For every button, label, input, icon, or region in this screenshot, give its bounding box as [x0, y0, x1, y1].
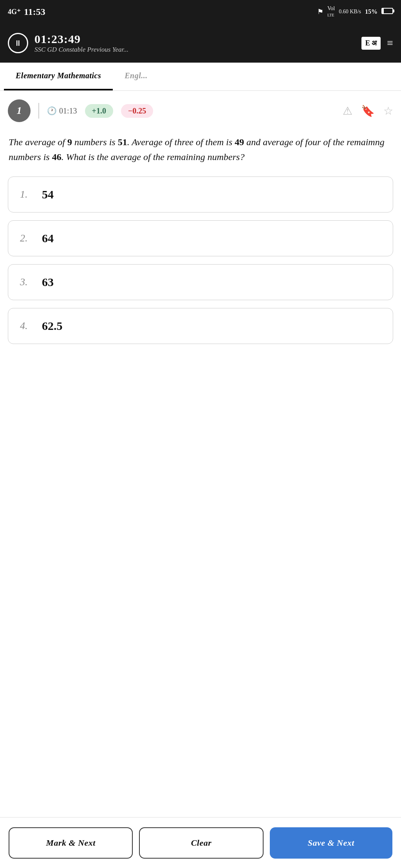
language-toggle[interactable]: E अ: [361, 37, 381, 50]
bluetooth-icon: ⚑: [317, 7, 323, 16]
question-number-badge: 1: [8, 99, 31, 122]
option-3[interactable]: 3. 63: [8, 264, 393, 300]
option-1[interactable]: 1. 54: [8, 176, 393, 212]
status-right: ⚑ VolLTE 0.60 KB/s 15%: [317, 5, 393, 18]
question-time: 01:13: [59, 106, 77, 115]
question-text: The average of 9 numbers is 51. Average …: [9, 135, 392, 165]
bookmark-icon[interactable]: 🔖: [361, 104, 375, 117]
option-1-number: 1.: [20, 189, 34, 200]
question-meta-bar: 1 🕐 01:13 +1.0 −0.25 ⚠ 🔖 ☆: [0, 91, 401, 131]
option-2[interactable]: 2. 64: [8, 220, 393, 256]
pause-button[interactable]: ⏸: [8, 33, 28, 53]
negative-mark-badge: −0.25: [121, 104, 153, 118]
hamburger-icon: ≡: [387, 37, 393, 49]
option-3-number: 3.: [20, 276, 34, 288]
question-body: The average of 9 numbers is 51. Average …: [0, 131, 401, 176]
warning-icon[interactable]: ⚠: [343, 104, 352, 117]
option-4[interactable]: 4. 62.5: [8, 308, 393, 344]
exam-timer: 01:23:49: [34, 32, 355, 46]
bottom-action-bar: Mark & Next Clear Save & Next: [0, 817, 401, 868]
exam-title: SSC GD Constable Previous Year...: [34, 46, 355, 54]
divider: [38, 103, 39, 119]
option-1-value: 54: [42, 188, 54, 201]
question-action-icons: ⚠ 🔖 ☆: [343, 104, 393, 117]
signal-icon: 4G⁺: [8, 7, 21, 16]
status-left: 4G⁺ 11:53: [8, 7, 45, 17]
question-timer: 🕐 01:13: [47, 106, 77, 115]
tab-math[interactable]: Elementary Mathematics: [4, 63, 113, 90]
subject-tabs: Elementary Mathematics Engl...: [0, 63, 401, 91]
app-header: ⏸ 01:23:49 SSC GD Constable Previous Yea…: [0, 23, 401, 63]
speed-text: 0.60 KB/s: [339, 9, 361, 15]
option-3-value: 63: [42, 276, 54, 289]
clear-button[interactable]: Clear: [139, 827, 263, 859]
vol-icon: VolLTE: [327, 5, 335, 18]
save-next-button[interactable]: Save & Next: [270, 827, 392, 859]
option-4-value: 62.5: [42, 319, 63, 333]
option-2-number: 2.: [20, 232, 34, 244]
clock-icon: 🕐: [47, 106, 57, 115]
option-4-number: 4.: [20, 320, 34, 332]
options-list: 1. 54 2. 64 3. 63 4. 62.5: [0, 176, 401, 352]
lang-label: E अ: [365, 39, 377, 47]
battery-icon: [381, 8, 393, 16]
star-icon[interactable]: ☆: [383, 104, 393, 117]
positive-mark-badge: +1.0: [85, 104, 113, 118]
menu-button[interactable]: ≡: [387, 37, 393, 49]
main-content: Elementary Mathematics Engl... 1 🕐 01:13…: [0, 63, 401, 407]
option-2-value: 64: [42, 232, 54, 245]
header-icons: E अ ≡: [361, 37, 393, 50]
status-bar: 4G⁺ 11:53 ⚑ VolLTE 0.60 KB/s 15%: [0, 0, 401, 23]
tab-english[interactable]: Engl...: [113, 63, 159, 90]
battery-text: 15%: [365, 8, 378, 15]
header-info: 01:23:49 SSC GD Constable Previous Year.…: [34, 32, 355, 54]
pause-icon: ⏸: [14, 39, 22, 48]
status-time: 11:53: [24, 7, 45, 17]
mark-next-button[interactable]: Mark & Next: [9, 827, 133, 859]
